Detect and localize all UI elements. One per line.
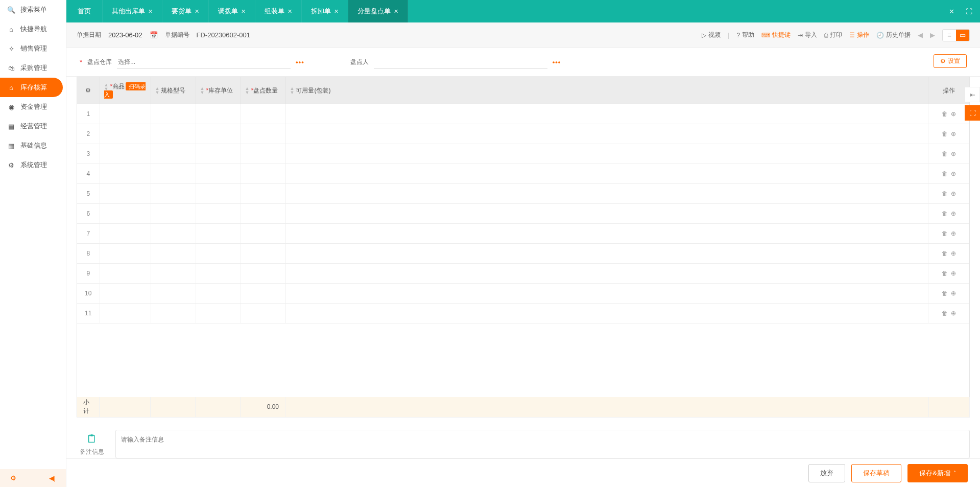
add-row-icon[interactable]: ⊕ (951, 230, 956, 237)
sidebar: 🔍 搜索菜单 ⌂ 快捷导航 ✧ 销售管理 🛍 采购管理 ⌂ 库存核算 ◉ 资金管… (0, 0, 66, 487)
add-row-icon[interactable]: ⊕ (951, 150, 956, 157)
table-row[interactable]: 8🗑⊕ (77, 244, 969, 264)
close-icon[interactable]: ✕ (394, 8, 398, 15)
add-row-icon[interactable]: ⊕ (951, 110, 956, 118)
history-link[interactable]: 🕘历史单据 (876, 31, 911, 39)
col-unit[interactable]: ▲▼*库存单位 (196, 77, 241, 104)
add-row-icon[interactable]: ⊕ (951, 170, 956, 177)
tab-request[interactable]: 要货单✕ (162, 0, 209, 22)
add-row-icon[interactable]: ⊕ (951, 270, 956, 277)
delete-row-icon[interactable]: 🗑 (942, 130, 948, 137)
tab-transfer[interactable]: 调拨单✕ (209, 0, 255, 22)
add-row-icon[interactable]: ⊕ (951, 310, 956, 317)
sidebar-item-operations[interactable]: ▤ 经营管理 (0, 117, 66, 136)
tab-close-all-button[interactable]: ✕ (944, 4, 959, 18)
fullscreen-icon[interactable]: ⛶ (962, 4, 976, 18)
rail-expand-icon[interactable]: ⇤ (965, 87, 980, 102)
col-product[interactable]: ▲▼*商品扫码录入 (100, 77, 151, 104)
table-row[interactable]: 4🗑⊕ (77, 164, 969, 184)
calendar-icon[interactable]: 📅 (150, 31, 158, 39)
tab-partial-count[interactable]: 分量盘点单✕ (348, 0, 408, 22)
tab-disassemble[interactable]: 拆卸单✕ (302, 0, 348, 22)
sidebar-item-search[interactable]: 🔍 搜索菜单 (0, 0, 66, 19)
sidebar-item-purchase[interactable]: 🛍 采购管理 (0, 58, 66, 78)
table-row[interactable]: 6🗑⊕ (77, 204, 969, 224)
sidebar-item-label: 经营管理 (20, 122, 47, 131)
discard-button[interactable]: 放弃 (808, 464, 845, 482)
table-row[interactable]: 9🗑⊕ (77, 264, 969, 284)
sidebar-item-system[interactable]: ⚙ 系统管理 (0, 155, 66, 175)
operate-link[interactable]: ☰操作 (849, 31, 869, 39)
close-icon[interactable]: ✕ (195, 8, 199, 15)
delete-row-icon[interactable]: 🗑 (942, 150, 948, 157)
delete-row-icon[interactable]: 🗑 (942, 310, 948, 317)
tab-home[interactable]: 首页 (66, 0, 103, 22)
delete-row-icon[interactable]: 🗑 (942, 110, 948, 118)
sidebar-item-basicinfo[interactable]: ▦ 基础信息 (0, 136, 66, 155)
add-row-icon[interactable]: ⊕ (951, 250, 956, 257)
sidebar-item-funds[interactable]: ◉ 资金管理 (0, 97, 66, 117)
collapse-icon[interactable]: ◀| (49, 474, 56, 482)
sidebar-item-sales[interactable]: ✧ 销售管理 (0, 39, 66, 58)
view-list-button[interactable]: ≡ (943, 30, 956, 41)
rail-fullscreen-icon[interactable]: ⛶ (965, 105, 980, 121)
person-input[interactable] (374, 55, 547, 69)
table-row[interactable]: 1🗑⊕ (77, 104, 969, 124)
settings-icon[interactable]: ⚙ (10, 474, 16, 482)
col-spec[interactable]: ▲▼规格型号 (151, 77, 196, 104)
close-icon[interactable]: ✕ (241, 8, 246, 15)
tab-assemble[interactable]: 组装单✕ (255, 0, 302, 22)
col-qty[interactable]: ▲▼*盘点数量 (241, 77, 285, 104)
col-config[interactable]: ⚙ (77, 77, 100, 104)
sort-icon: ▲▼ (104, 83, 109, 91)
hotkey-link[interactable]: ⌨快捷键 (761, 31, 791, 39)
sidebar-item-inventory[interactable]: ⌂ 库存核算 (0, 78, 63, 97)
delete-row-icon[interactable]: 🗑 (942, 210, 948, 217)
form-row: * 盘点仓库 ••• 盘点人 ••• ⚙ 设置 (66, 48, 980, 77)
warehouse-picker-icon[interactable]: ••• (296, 58, 304, 66)
close-icon[interactable]: ✕ (334, 8, 339, 15)
video-link[interactable]: ▷视频 (702, 31, 721, 39)
row-number: 2 (77, 124, 100, 144)
delete-row-icon[interactable]: 🗑 (942, 290, 948, 297)
add-row-icon[interactable]: ⊕ (951, 210, 956, 217)
inventory-table: ⚙ ▲▼*商品扫码录入 ▲▼规格型号 ▲▼*库存单位 ▲▼*盘点数量 ▲▼可用量… (77, 77, 969, 323)
prev-icon[interactable]: ◀ (918, 31, 923, 39)
save-new-button[interactable]: 保存&新增˄ (907, 464, 968, 482)
add-row-icon[interactable]: ⊕ (951, 190, 956, 197)
delete-row-icon[interactable]: 🗑 (942, 270, 948, 277)
person-picker-icon[interactable]: ••• (553, 58, 561, 66)
table-row[interactable]: 3🗑⊕ (77, 144, 969, 164)
table-row[interactable]: 2🗑⊕ (77, 124, 969, 144)
help-link[interactable]: ?帮助 (736, 31, 754, 39)
delete-row-icon[interactable]: 🗑 (942, 190, 948, 197)
close-icon[interactable]: ✕ (148, 8, 153, 15)
next-icon[interactable]: ▶ (930, 31, 935, 39)
col-avail[interactable]: ▲▼可用量(包装) (285, 77, 928, 104)
add-row-icon[interactable]: ⊕ (951, 290, 956, 297)
settings-button[interactable]: ⚙ 设置 (934, 54, 967, 68)
remarks-input[interactable] (115, 430, 970, 458)
save-draft-button[interactable]: 保存草稿 (851, 464, 901, 482)
table-row[interactable]: 10🗑⊕ (77, 284, 969, 304)
tab-other-out[interactable]: 其他出库单✕ (103, 0, 162, 22)
table-scroll[interactable]: ⚙ ▲▼*商品扫码录入 ▲▼规格型号 ▲▼*库存单位 ▲▼*盘点数量 ▲▼可用量… (77, 77, 970, 397)
delete-row-icon[interactable]: 🗑 (942, 250, 948, 257)
delete-row-icon[interactable]: 🗑 (942, 230, 948, 237)
add-row-icon[interactable]: ⊕ (951, 130, 956, 137)
table-row[interactable]: 7🗑⊕ (77, 224, 969, 244)
close-icon[interactable]: ✕ (288, 8, 292, 15)
delete-row-icon[interactable]: 🗑 (942, 170, 948, 177)
doc-icon: ▤ (7, 122, 15, 130)
sidebar-item-quicknav[interactable]: ⌂ 快捷导航 (0, 19, 66, 39)
table-row[interactable]: 11🗑⊕ (77, 304, 969, 323)
date-value: 2023-06-02 (108, 31, 142, 39)
operate-icon: ☰ (849, 32, 855, 39)
view-card-button[interactable]: ▭ (956, 30, 969, 41)
print-link[interactable]: ⎙打印 (824, 31, 842, 39)
help-icon: ? (736, 32, 740, 39)
warehouse-input[interactable] (117, 55, 291, 69)
table-row[interactable]: 5🗑⊕ (77, 184, 969, 204)
import-link[interactable]: ⇥导入 (798, 31, 817, 39)
sort-icon: ▲▼ (245, 86, 250, 95)
